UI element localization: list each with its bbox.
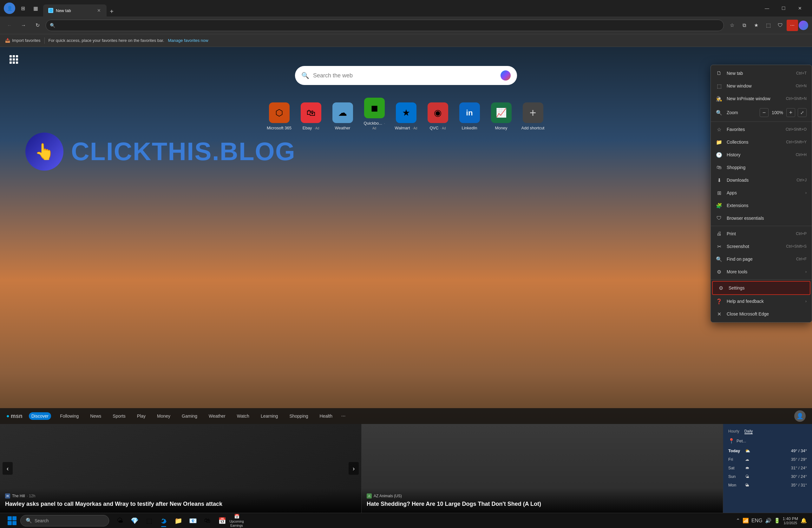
msn-tab-shopping[interactable]: Shopping xyxy=(287,412,310,420)
browser-essentials-button[interactable]: 🛡 xyxy=(774,20,786,31)
shortcut-money[interactable]: 📈 Money xyxy=(489,102,514,130)
menu-item-apps[interactable]: ⊞ Apps › xyxy=(711,187,812,199)
msn-tab-learning[interactable]: Learning xyxy=(258,412,281,420)
grid-menu-icon[interactable] xyxy=(8,53,19,65)
menu-item-print[interactable]: 🖨 Print Ctrl+P xyxy=(711,228,812,240)
web-search-box[interactable]: 🔍 Search the web xyxy=(295,66,517,85)
volume-icon[interactable]: 🔊 xyxy=(765,517,771,524)
news-prev-button[interactable]: ‹ xyxy=(2,462,13,475)
weather-tab-hourly[interactable]: Hourly xyxy=(728,429,739,434)
refresh-button[interactable]: ↻ xyxy=(32,20,43,31)
taskbar-app-mail[interactable]: 📧 xyxy=(186,514,200,528)
taskbar-app-cortana[interactable]: 💎 xyxy=(128,514,142,528)
new-tab-button[interactable]: + xyxy=(106,6,117,16)
menu-item-extensions[interactable]: 🧩 Extensions xyxy=(711,199,812,212)
favorites-button[interactable]: ☆ xyxy=(726,20,738,31)
forward-button[interactable]: → xyxy=(18,20,29,31)
msn-tab-discover[interactable]: Discover xyxy=(29,412,51,420)
split-screen-button[interactable]: ⧉ xyxy=(738,20,750,31)
close-button[interactable]: ✕ xyxy=(792,0,808,16)
menu-item-close-edge[interactable]: ✕ Close Microsoft Edge xyxy=(711,308,812,320)
profile-icon[interactable]: 👤 xyxy=(4,2,15,14)
back-button[interactable]: ← xyxy=(4,20,15,31)
news-next-button[interactable]: › xyxy=(349,462,359,475)
address-bar[interactable]: 🔍 xyxy=(46,20,724,31)
msn-tab-sports[interactable]: Sports xyxy=(110,412,128,420)
browser-essentials-icon: 🛡 xyxy=(716,215,722,221)
menu-item-more-tools[interactable]: ⚙ More tools › xyxy=(711,265,812,278)
menu-item-shopping[interactable]: 🛍 Shopping xyxy=(711,161,812,174)
network-icon[interactable]: 📶 xyxy=(742,517,749,524)
shortcut-weather[interactable]: ☁ Weather xyxy=(330,102,355,130)
msn-tab-weather[interactable]: Weather xyxy=(206,412,228,420)
zoom-expand-button[interactable]: ⤢ xyxy=(798,108,807,117)
taskbar-app-edge[interactable] xyxy=(157,514,171,528)
taskbar-search[interactable]: 🔍 Search xyxy=(20,515,109,526)
apps-submenu-arrow: › xyxy=(805,191,807,195)
menu-item-screenshot[interactable]: ✂ Screenshot Ctrl+Shift+S xyxy=(711,240,812,253)
menu-item-new-tab[interactable]: 🗋 New tab Ctrl+T xyxy=(711,67,812,79)
taskbar-app-store[interactable]: 🛍 xyxy=(201,514,214,528)
msn-tab-watch[interactable]: Watch xyxy=(234,412,252,420)
maximize-button[interactable]: ☐ xyxy=(775,0,792,16)
msn-account-button[interactable]: 👤 xyxy=(794,410,806,422)
vertical-tabs-btn[interactable]: ▦ xyxy=(30,3,41,13)
more-tools-submenu-arrow: › xyxy=(805,269,807,274)
settings-menu-button[interactable]: ··· xyxy=(787,20,798,31)
zoom-icon: 🔍 xyxy=(716,109,722,116)
tab-collections-btn[interactable]: ⊞ xyxy=(18,3,28,13)
menu-item-new-window[interactable]: ⬚ New window Ctrl+N xyxy=(711,79,812,92)
taskbar-app-upcoming[interactable]: 📅 Upcoming Earnings xyxy=(230,514,244,528)
shortcut-qvc[interactable]: ◉ QVC · Ad xyxy=(425,102,450,130)
weather-tab-daily[interactable]: Daily xyxy=(744,429,753,434)
menu-item-help[interactable]: ❓ Help and feedback › xyxy=(711,295,812,308)
msn-more-tabs[interactable]: ··· xyxy=(341,413,345,419)
zoom-in-button[interactable]: + xyxy=(786,108,795,117)
news-card-2[interactable]: A AZ Animals (US) Hate Shedding? Here Ar… xyxy=(362,424,723,513)
menu-item-browser-essentials[interactable]: 🛡 Browser essentials xyxy=(711,212,812,224)
menu-item-inprivate[interactable]: 🕵 New InPrivate window Ctrl+Shift+N xyxy=(711,92,812,105)
taskbar-clock[interactable]: 1:40 PM 1/2/2025 xyxy=(783,516,798,525)
msn-tab-following[interactable]: Following xyxy=(57,412,81,420)
shortcut-ebay[interactable]: 🛍 Ebay · Ad xyxy=(298,102,323,130)
taskbar-app-widgets[interactable]: 🌤 xyxy=(113,514,127,528)
taskbar-app-explorer[interactable]: 📁 xyxy=(171,514,185,528)
language-indicator[interactable]: ENG xyxy=(751,518,763,524)
taskbar-app-taskview[interactable]: ⬚ xyxy=(142,514,156,528)
blog-text: CLICKTHIS.BLOG xyxy=(71,137,295,166)
menu-item-settings[interactable]: ⚙ Settings xyxy=(712,281,810,295)
collections-button[interactable]: ⬚ xyxy=(763,20,774,31)
shortcut-quickbooks[interactable]: ◼ Quickbo... · Ad xyxy=(362,98,387,130)
favorites-sidebar-button[interactable]: ★ xyxy=(751,20,762,31)
menu-item-find[interactable]: 🔍 Find on page Ctrl+F xyxy=(711,253,812,265)
menu-item-collections[interactable]: 📁 Collections Ctrl+Shift+Y xyxy=(711,136,812,148)
profile-avatar[interactable] xyxy=(799,20,808,30)
battery-icon[interactable]: 🔋 xyxy=(774,517,780,524)
msn-tab-gaming[interactable]: Gaming xyxy=(179,412,200,420)
import-favorites-button[interactable]: 📥 Import favorites xyxy=(5,38,41,43)
news-card-1[interactable]: H The Hill · 12h Hawley asks panel to ca… xyxy=(0,424,362,513)
msn-tab-play[interactable]: Play xyxy=(134,412,148,420)
menu-item-history[interactable]: 🕐 History Ctrl+H xyxy=(711,148,812,161)
tab-close-button[interactable]: ✕ xyxy=(97,7,102,14)
manage-favorites-link[interactable]: Manage favorites now xyxy=(168,38,208,43)
start-button[interactable] xyxy=(5,514,19,528)
menu-item-favorites[interactable]: ☆ Favorites Ctrl+Shift+O xyxy=(711,123,812,136)
menu-item-downloads[interactable]: ⬇ Downloads Ctrl+J xyxy=(711,174,812,187)
msn-tab-news[interactable]: News xyxy=(88,412,104,420)
minimize-button[interactable]: — xyxy=(759,0,775,16)
shortcut-linkedin[interactable]: in LinkedIn xyxy=(457,102,482,130)
shortcut-microsoft365[interactable]: ⬡ Microsoft 365 xyxy=(266,102,292,130)
notification-icon[interactable]: 🔔 xyxy=(801,517,807,524)
taskbar-app-calendar[interactable]: 📅 xyxy=(215,514,229,528)
shortcut-walmart[interactable]: ★ Walmart · Ad xyxy=(393,102,419,130)
zoom-out-button[interactable]: − xyxy=(760,108,769,117)
chevron-up-icon[interactable]: ⌃ xyxy=(736,517,740,524)
active-tab[interactable]: 🌐 New tab ✕ xyxy=(43,4,106,16)
shortcut-add[interactable]: + Add shortcut xyxy=(520,102,546,130)
window-controls: — ☐ ✕ xyxy=(759,0,808,16)
menu-shortcut-inprivate: Ctrl+Shift+N xyxy=(786,97,807,101)
msn-tab-health[interactable]: Health xyxy=(317,412,335,420)
toolbar: ← → ↻ 🔍 ☆ ⧉ ★ ⬚ 🛡 ··· xyxy=(0,16,812,34)
msn-tab-money[interactable]: Money xyxy=(155,412,173,420)
